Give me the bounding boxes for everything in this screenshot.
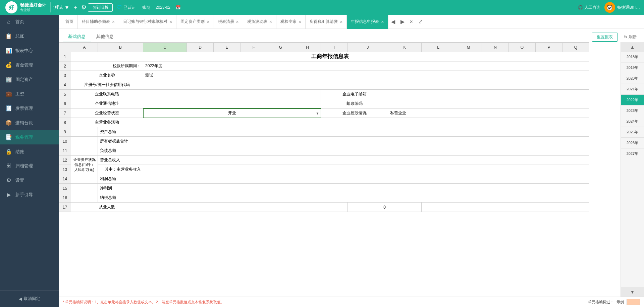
address-value[interactable] (143, 99, 321, 108)
reset-button[interactable]: 重置报表 (592, 33, 618, 42)
tab-next-button[interactable]: ▶ (398, 17, 407, 26)
row-num-13: 13 (59, 165, 71, 174)
row-num-17: 17 (59, 203, 71, 212)
year-down-button[interactable]: ▼ (621, 287, 644, 297)
tab-close-icon[interactable]: × (299, 19, 301, 25)
debt-group-cell (71, 146, 98, 156)
refresh-button[interactable]: ↻ 刷新 (621, 33, 640, 41)
col-header-C: C (143, 43, 187, 52)
sidebar-item-home[interactable]: ⌂首页 (0, 15, 59, 29)
tab-close-icon[interactable]: × (381, 19, 384, 25)
tab-annual_report[interactable]: 年报信息申报表× (347, 15, 388, 29)
tab-journal[interactable]: 日记账与银行对账单核对× (119, 15, 176, 29)
settings-icon[interactable]: ⚙ (80, 2, 88, 12)
email-value[interactable] (388, 90, 589, 99)
sidebar-item-invoice[interactable]: 🧾发票管理 (0, 101, 59, 116)
calendar-icon[interactable]: 📅 (176, 5, 181, 10)
year-item[interactable]: 2020年 (621, 73, 644, 84)
tab-close-icon[interactable]: × (236, 19, 239, 25)
tab-prev-button[interactable]: ◀ (388, 17, 398, 26)
sidebar-item-salary[interactable]: 💼工资 (0, 87, 59, 101)
sidebar-item-archive[interactable]: 🗄归档管理 (0, 159, 59, 173)
row-num-15: 15 (59, 184, 71, 193)
year-item[interactable]: 2023年 (621, 105, 644, 116)
year-up-button[interactable]: ▲ (621, 42, 644, 52)
tab-close-icon[interactable]: × (340, 19, 342, 25)
close-icon: 🔒 (5, 148, 12, 155)
year-item[interactable]: 2027年 (621, 148, 644, 159)
tab-tax_return[interactable]: 税表清册× (214, 15, 243, 29)
sidebar-item-assets[interactable]: 🏢固定资产 (0, 72, 59, 87)
invoice-icon: 🧾 (5, 105, 12, 112)
sidebar-item-close[interactable]: 🔒结账 (0, 144, 59, 159)
period-value-cell[interactable]: 2022年度 (143, 61, 294, 71)
sidebar-item-tax[interactable]: 📑税务管理 (0, 130, 59, 144)
headset-icon: 🎧 (578, 5, 583, 10)
sidebar-item-label: 进销台账 (15, 120, 33, 126)
user-info[interactable]: 🐼 畅捷通B组… (604, 2, 640, 13)
tab-close-icon[interactable]: × (207, 19, 209, 25)
add-icon[interactable]: ＋ (71, 2, 80, 13)
sidebar-item-fund[interactable]: 💰资金管理 (0, 58, 59, 72)
unfix-button[interactable]: ◀ 取消固定 (0, 293, 59, 304)
tab-auxiliary[interactable]: 科目辅助余额表× (78, 15, 119, 29)
revenue-value[interactable] (143, 156, 589, 165)
holding-value[interactable]: 私营企业 (388, 108, 589, 118)
old-version-button[interactable]: 切到旧版 (88, 3, 113, 12)
tab-home[interactable]: 首页 (61, 15, 78, 29)
main-biz-value[interactable] (143, 118, 589, 127)
year-item[interactable]: 2021年 (621, 84, 644, 95)
profit-group-cell (71, 174, 98, 184)
sidebar-item-ledger[interactable]: 📋总账 (0, 29, 59, 43)
row-num-1: 1 (59, 52, 71, 61)
col-header-A: A (71, 43, 98, 52)
year-item[interactable]: 2019年 (621, 62, 644, 73)
row-num-16: 16 (59, 193, 71, 203)
total-assets-value[interactable] (143, 127, 589, 137)
employees-value[interactable] (143, 203, 348, 212)
tab-assets_type[interactable]: 固定资产类别× (176, 15, 214, 29)
spreadsheet-container: A B C D E F G H I J K L (59, 42, 644, 297)
tab-tax_wave[interactable]: 税负波动表× (243, 15, 276, 29)
total-profit-value[interactable] (143, 174, 589, 184)
year-item[interactable]: 2022年 (621, 95, 644, 105)
status-dropdown-cell[interactable]: 开业 ▼ (143, 108, 321, 118)
company-name-value[interactable]: 测试 (143, 71, 294, 80)
logo-text: 畅捷通好会计 (20, 2, 46, 8)
tab-close-icon[interactable]: × (112, 19, 115, 25)
tab-tax_expert[interactable]: 税检专家× (276, 15, 306, 29)
sidebar-item-reports[interactable]: 📊报表中心 (0, 43, 59, 58)
sidebar-item-purchase[interactable]: 📦进销台账 (0, 116, 59, 130)
tab-other[interactable]: 其他信息 (91, 32, 119, 42)
main-revenue-value[interactable] (143, 165, 589, 174)
consult-button[interactable]: 🎧 人工咨询 (578, 5, 600, 10)
phone-value[interactable] (143, 90, 321, 99)
postal-value[interactable] (388, 99, 589, 108)
example-cell (627, 299, 640, 305)
total-tax-value[interactable] (143, 193, 589, 203)
table-row: 10 所有者权益合计 (59, 137, 589, 146)
title-cell[interactable]: 工商年报信息表 (71, 52, 589, 61)
dropdown-arrow-icon[interactable]: ▾ (64, 2, 70, 12)
sidebar-item-settings[interactable]: ⚙设置 (0, 173, 59, 187)
employees-num-value[interactable]: 0 (348, 203, 422, 212)
year-item[interactable]: 2024年 (621, 116, 644, 127)
sidebar-item-newbie[interactable]: ▶新手引导 (0, 187, 59, 202)
debt-value[interactable] (143, 146, 589, 156)
avatar: 🐼 (604, 2, 615, 13)
tab-close-icon[interactable]: × (269, 19, 272, 25)
reg-no-value[interactable] (143, 80, 589, 90)
tab-close-icon[interactable]: × (169, 19, 172, 25)
equity-value[interactable] (143, 137, 589, 146)
year-item[interactable]: 2018年 (621, 52, 644, 62)
tab-income_tax[interactable]: 所得税汇算清缴× (306, 15, 347, 29)
spreadsheet-main[interactable]: A B C D E F G H I J K L (59, 42, 621, 297)
year-item[interactable]: 2026年 (621, 138, 644, 148)
sidebar-item-label: 设置 (15, 177, 24, 183)
logo-area: 好 畅捷通好会计 专业版 (4, 1, 48, 13)
tab-basic[interactable]: 基础信息 (63, 32, 91, 42)
tab-close-all-button[interactable]: × (407, 17, 416, 26)
year-item[interactable]: 2025年 (621, 127, 644, 138)
tab-expand-button[interactable]: ⤢ (416, 17, 425, 26)
net-profit-value[interactable] (143, 184, 589, 193)
